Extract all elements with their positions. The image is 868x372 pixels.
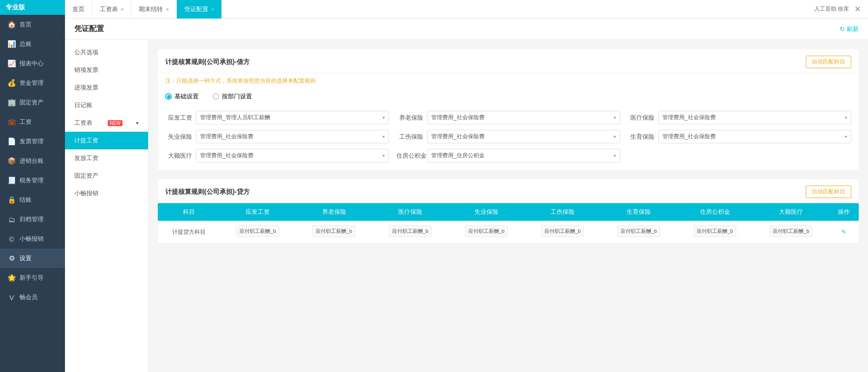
sidebar-item-ledger-label: 总账 xyxy=(19,40,32,48)
edit-icon[interactable]: ✎ xyxy=(842,229,846,235)
archive-icon: 🗂 xyxy=(7,216,16,224)
field-maternity: 生育保险 管理费用_社会保险费 ▾ xyxy=(628,130,851,143)
sidebar-item-fund[interactable]: 💰 资金管理 xyxy=(0,73,65,93)
sidebar-item-reports[interactable]: 📈 报表中心 xyxy=(0,54,65,73)
sidebar-item-xiaochang[interactable]: © 小畅报销 xyxy=(0,229,65,249)
left-nav-calc-salary[interactable]: 计提工资 xyxy=(65,132,148,149)
left-nav-sales-invoice[interactable]: 销项发票 xyxy=(65,61,148,79)
debit-form-row-2: 失业保险 管理费用_社会保险费 ▾ 工伤保险 管理费用_社会保险费 ▾ xyxy=(165,130,851,143)
tab-period[interactable]: 期末结转 × xyxy=(131,0,176,19)
app-logo: 专业版 xyxy=(0,0,65,15)
ledger-icon: 📊 xyxy=(7,40,16,48)
sidebar-item-salary[interactable]: 💼 工资 xyxy=(0,112,65,132)
th-injury: 工伤保险 xyxy=(525,203,601,221)
credit-auto-match-button[interactable]: 自动匹配科目 xyxy=(806,186,851,198)
sidebar-item-tax[interactable]: 🧾 税务管理 xyxy=(0,171,65,190)
cell-unemployment: 应付职工薪酬_b xyxy=(465,225,508,237)
radio-dept-label: 按部门设置 xyxy=(222,92,252,101)
refresh-button[interactable]: ↻ 刷新 xyxy=(840,25,859,33)
left-nav-public[interactable]: 公共选项 xyxy=(65,44,148,61)
left-nav-salary-table[interactable]: 工资表 NEW ▾ xyxy=(65,114,148,132)
sidebar-item-vip[interactable]: V 畅会员 xyxy=(0,288,65,307)
field-major-medical: 大额医疗 管理费用_社会保险费 ▾ xyxy=(165,149,389,162)
select-pension[interactable]: 管理费用_社会保险费 ▾ xyxy=(427,111,620,124)
left-nav-fixed-assets[interactable]: 固定资产 xyxy=(65,167,148,185)
select-housing-fund[interactable]: 管理费用_住房公积金 ▾ xyxy=(427,149,620,162)
cell-salary: 应付职工薪酬_b xyxy=(236,225,279,237)
sidebar-item-ledger[interactable]: 📊 总账 xyxy=(0,34,65,54)
left-nav: 公共选项 销项发票 进项发票 日记账 工资表 NEW ▾ 计提工资 发放工资 xyxy=(65,40,149,372)
debit-notice: 注：只能选择一种方式，系统将按照您当前的选择来配置规则 xyxy=(158,73,859,89)
tab-voucher-close[interactable]: × xyxy=(211,6,214,12)
credit-section: 计提核算规则(公司承担)-贷方 自动匹配科目 科目 应发工资 养老保险 医疗保险… xyxy=(158,179,859,244)
guide-icon: 🌟 xyxy=(7,274,16,282)
sidebar-item-invoice-label: 发票管理 xyxy=(19,137,44,146)
th-maternity: 生育保险 xyxy=(601,203,677,221)
sidebar-item-archive-label: 归档管理 xyxy=(19,215,44,224)
debit-form-grid: 应发工资 管理费用_管理人员职工薪酬 ▾ 养老保险 管理费用_社会保险费 ▾ xyxy=(158,106,859,170)
select-major-medical[interactable]: 管理费用_社会保险费 ▾ xyxy=(196,149,389,162)
left-nav-public-label: 公共选项 xyxy=(74,48,98,57)
select-injury-value: 管理费用_社会保险费 xyxy=(431,133,485,141)
sidebar-item-tax-label: 税务管理 xyxy=(19,176,44,185)
radio-dept-circle xyxy=(213,93,219,100)
sidebar-item-inventory[interactable]: 📦 进销台账 xyxy=(0,151,65,171)
sidebar-item-guide[interactable]: 🌟 新手引导 xyxy=(0,268,65,288)
left-nav-purchase-invoice[interactable]: 进项发票 xyxy=(65,79,148,96)
refresh-icon: ↻ xyxy=(840,26,845,32)
radio-basic[interactable]: 基础设置 xyxy=(165,92,199,101)
select-salary[interactable]: 管理费用_管理人员职工薪酬 ▾ xyxy=(196,111,389,124)
select-medical-arrow: ▾ xyxy=(845,115,847,120)
select-unemployment[interactable]: 管理费用_社会保险费 ▾ xyxy=(196,130,389,143)
sidebar-item-home-label: 首页 xyxy=(19,20,32,29)
sidebar-item-archive[interactable]: 🗂 归档管理 xyxy=(0,210,65,229)
sidebar-item-settings[interactable]: ⚙ 设置 xyxy=(0,249,65,268)
left-nav-journal[interactable]: 日记账 xyxy=(65,96,148,114)
select-injury-arrow: ▾ xyxy=(614,134,616,139)
salary-icon: 💼 xyxy=(7,118,16,126)
cell-major-medical: 应付职工薪酬_b xyxy=(770,225,812,237)
debit-form-row-1: 应发工资 管理费用_管理人员职工薪酬 ▾ 养老保险 管理费用_社会保险费 ▾ xyxy=(165,111,851,124)
label-salary: 应发工资 xyxy=(165,114,192,122)
debit-auto-match-button[interactable]: 自动匹配科目 xyxy=(806,56,851,68)
cell-maternity: 应付职工薪酬_b xyxy=(617,225,660,237)
sidebar-item-invoice[interactable]: 📄 发票管理 xyxy=(0,132,65,151)
select-injury[interactable]: 管理费用_社会保险费 ▾ xyxy=(427,130,620,143)
sidebar-item-home[interactable]: 🏠 首页 xyxy=(0,15,65,34)
tab-salary[interactable]: 工资表 × xyxy=(92,0,131,19)
sidebar-item-settings-label: 设置 xyxy=(19,254,32,263)
window-close-button[interactable]: ✕ xyxy=(855,5,861,13)
field-housing-fund: 住房公积金 管理费用_住房公积金 ▾ xyxy=(396,149,620,162)
select-maternity[interactable]: 管理费用_社会保险费 ▾ xyxy=(658,130,851,143)
select-maternity-value: 管理费用_社会保险费 xyxy=(662,133,716,141)
radio-basic-label: 基础设置 xyxy=(175,92,199,101)
left-nav-calc-salary-label: 计提工资 xyxy=(74,136,98,145)
label-unemployment: 失业保险 xyxy=(165,133,192,141)
select-medical-value: 管理费用_社会保险费 xyxy=(662,114,716,122)
sidebar-item-closing-label: 结账 xyxy=(19,196,32,204)
select-pension-value: 管理费用_社会保险费 xyxy=(431,114,485,122)
new-badge: NEW xyxy=(108,120,122,126)
nav-arrow-icon: ▾ xyxy=(136,120,139,126)
label-pension: 养老保险 xyxy=(396,114,423,122)
td-injury-val: 应付职工薪酬_b xyxy=(525,221,601,244)
td-pension-val: 应付职工薪酬_b xyxy=(296,221,372,244)
debit-section-header: 计提核算规则(公司承担)-借方 自动匹配科目 xyxy=(158,49,859,73)
tab-period-close[interactable]: × xyxy=(166,6,168,12)
tab-salary-close[interactable]: × xyxy=(121,6,123,12)
sidebar-item-closing[interactable]: 🔒 结账 xyxy=(0,190,65,210)
sidebar-item-fixed[interactable]: 🏢 固定资产 xyxy=(0,93,65,112)
th-salary: 应发工资 xyxy=(220,203,296,221)
tab-home[interactable]: 首页 xyxy=(65,0,92,19)
page-header: 凭证配置 ↻ 刷新 xyxy=(65,19,868,40)
radio-dept[interactable]: 按部门设置 xyxy=(213,92,252,101)
left-nav-xiaochang[interactable]: 小畅报销 xyxy=(65,185,148,202)
user-info: 入工音助 徐库 xyxy=(814,5,849,13)
select-medical[interactable]: 管理费用_社会保险费 ▾ xyxy=(658,111,851,124)
label-housing-fund: 住房公积金 xyxy=(396,152,423,160)
settings-icon: ⚙ xyxy=(7,254,16,263)
fund-icon: 💰 xyxy=(7,79,16,87)
left-nav-pay-salary[interactable]: 发放工资 xyxy=(65,149,148,167)
sidebar-item-xiaochang-label: 小畅报销 xyxy=(19,235,44,243)
tab-voucher[interactable]: 凭证配置 × xyxy=(177,0,222,19)
